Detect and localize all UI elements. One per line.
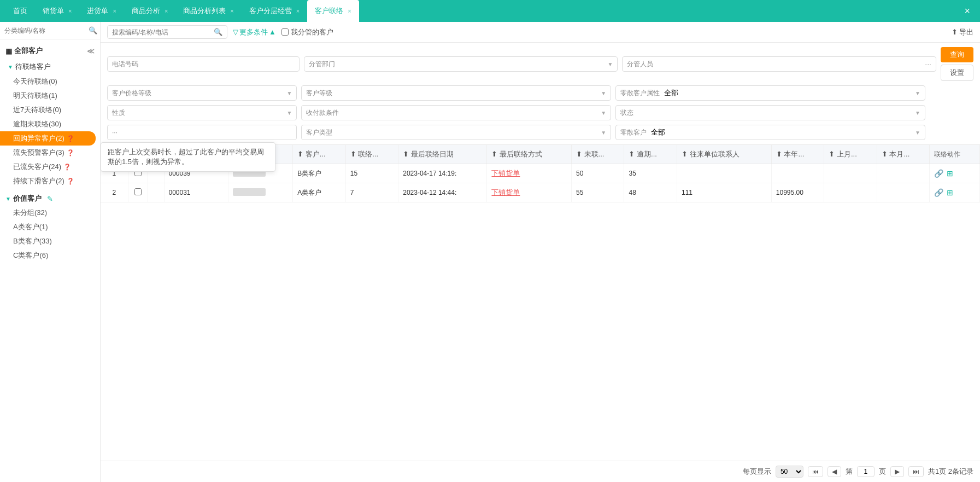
tab-customer-contact[interactable]: 客户联络 × [307, 0, 359, 22]
main-search-icon[interactable]: 🔍 [214, 28, 222, 36]
manager-field[interactable]: 分管人员 ··· [622, 56, 936, 72]
sidebar-item-class-b[interactable]: B类客户(33) [0, 234, 100, 248]
close-customer-segmentation[interactable]: × [296, 8, 300, 14]
row1-link-icon[interactable]: 🔗 [934, 169, 943, 178]
col-header-contact-count[interactable]: ⬆ 联络... [345, 145, 398, 164]
sidebar-item-repurchase-abnormal[interactable]: 回购异常客户(2) ❓ [0, 131, 96, 146]
customer-grade-field[interactable]: 客户等级 ▼ [301, 85, 611, 101]
tooltip-box: 距客户上次交易时长，超过了此客户的平均交易周期的1.5倍，则视为异常。 [101, 142, 275, 172]
sidebar-item-class-c[interactable]: C类客户(6) [0, 248, 100, 263]
question-icon-repurchase: ❓ [67, 135, 74, 142]
row2-last-month [824, 183, 877, 202]
row2-link-icon[interactable]: 🔗 [934, 188, 943, 197]
settings-button[interactable]: 设置 [941, 65, 973, 81]
close-sales-order[interactable]: × [68, 8, 72, 14]
retail-attr-chevron: ▼ [915, 90, 920, 96]
page-number-input[interactable] [857, 466, 875, 477]
phone-input[interactable] [140, 60, 295, 68]
row2-name [228, 183, 293, 202]
close-all-tabs[interactable]: × [960, 5, 975, 17]
sidebar-item-today-contact[interactable]: 今天待联络(0) [0, 74, 100, 89]
row2-this-year: 10995.00 [771, 183, 824, 202]
collapse-icon[interactable]: ≪ [87, 47, 95, 55]
row2-grid-icon[interactable]: ⊞ [947, 188, 953, 197]
row2-num: 2 [101, 183, 128, 202]
row1-contact-person [677, 164, 771, 183]
advanced-filters: 电话号码 分管部门 ▼ 分管人员 ··· 查询 设置 [101, 43, 980, 145]
row1-actions: 🔗 ⊞ [930, 164, 980, 183]
sidebar-item-tomorrow-contact[interactable]: 明天待联络(1) [0, 89, 100, 103]
edit-icon[interactable]: ✎ [47, 195, 53, 203]
row2-check[interactable] [128, 183, 148, 202]
close-purchase-order[interactable]: × [113, 8, 116, 14]
last-page-btn[interactable]: ⏭ [908, 466, 924, 477]
sidebar-tree: ▦ 全部客户 ≪ ▼ 待联络客户 今天待联络(0) 明天待联络(1) 近7天待联… [0, 39, 100, 482]
export-button[interactable]: ⬆ 导出 [952, 27, 973, 37]
tab-sales-order[interactable]: 销货单 × [35, 0, 79, 22]
col-header-last-method[interactable]: ⬆ 最后联络方式 [487, 145, 572, 164]
status-field[interactable]: 状态 ▼ [615, 105, 925, 120]
close-customer-contact[interactable]: × [348, 8, 351, 14]
nature-field[interactable]: 性质 ▼ [107, 105, 297, 120]
row1-overdue: 35 [624, 164, 677, 183]
close-product-analysis-list[interactable]: × [230, 8, 233, 14]
value-customer-section[interactable]: ▼ 价值客户 ✎ [0, 191, 100, 206]
payment-field[interactable]: 收付款条件 ▼ [301, 105, 611, 120]
sidebar-item-overdue-contact[interactable]: 逾期未联络(30) [0, 117, 100, 131]
col-header-unread[interactable]: ⬆ 未联... [571, 145, 624, 164]
col-header-this-year[interactable]: ⬆ 本年... [771, 145, 824, 164]
query-button[interactable]: 查询 [941, 47, 973, 62]
col-header-type[interactable]: ⬆ 客户... [293, 145, 346, 164]
prev-page-btn[interactable]: ◀ [828, 466, 841, 477]
filter-row-1: 电话号码 分管部门 ▼ 分管人员 ··· 查询 设置 [107, 47, 973, 81]
first-page-btn[interactable]: ⏮ [808, 466, 823, 477]
sidebar-item-churned[interactable]: 已流失客户(24) ❓ [0, 160, 100, 174]
sidebar-item-ungrouped[interactable]: 未分组(32) [0, 206, 100, 220]
more-dots-field[interactable]: ··· [107, 125, 297, 140]
price-grade-field[interactable]: 客户价格等级 ▼ [107, 85, 297, 101]
close-product-analysis[interactable]: × [165, 8, 168, 14]
tab-purchase-order[interactable]: 进货单 × [79, 0, 124, 22]
dept-field[interactable]: 分管部门 ▼ [304, 56, 618, 72]
row1-contact-count: 15 [345, 164, 398, 183]
col-header-overdue[interactable]: ⬆ 逾期... [624, 145, 677, 164]
my-customers-check[interactable] [281, 28, 289, 36]
sidebar: 🔍 ▦ 全部客户 ≪ ▼ 待联络客户 今天待联络(0) 明天待联络(1) 近7天… [0, 22, 101, 482]
sidebar-item-churn-warning[interactable]: 流失预警客户(3) ❓ [0, 146, 100, 160]
pending-contact-section[interactable]: ▼ 待联络客户 [0, 59, 100, 74]
row2-last-method[interactable]: 下销货单 [487, 183, 572, 202]
sidebar-item-class-a[interactable]: A类客户(1) [0, 220, 100, 234]
data-table-area: ⚙ ⬆ 客户编码 ⬆ 客户名称 ⬆ 客户... ⬆ 联络... [101, 145, 980, 461]
tab-product-analysis[interactable]: 商品分析 × [124, 0, 175, 22]
row2-code: 000031 [164, 183, 228, 202]
sidebar-item-declining[interactable]: 持续下滑客户(2) ❓ [0, 174, 100, 188]
next-page-btn[interactable]: ▶ [890, 466, 904, 477]
main-layout: 🔍 ▦ 全部客户 ≪ ▼ 待联络客户 今天待联络(0) 明天待联络(1) 近7天… [0, 22, 980, 482]
sidebar-item-7days-contact[interactable]: 近7天待联络(0) [0, 103, 100, 117]
row1-last-method[interactable]: 下销货单 [487, 164, 572, 183]
tab-home[interactable]: 首页 [5, 0, 35, 22]
col-header-this-month[interactable]: ⬆ 本月... [877, 145, 930, 164]
retail-attr-field[interactable]: 零散客户属性 全部 ▼ [615, 85, 925, 101]
nature-chevron: ▼ [286, 110, 292, 116]
page-size-select[interactable]: 50 100 200 [776, 466, 803, 478]
customer-type-field[interactable]: 客户类型 ▼ [301, 125, 611, 140]
row1-this-month [877, 164, 930, 183]
row2-actions: 🔗 ⊞ [930, 183, 980, 202]
row1-grid-icon[interactable]: ⊞ [947, 169, 953, 178]
my-customers-checkbox[interactable]: 我分管的客户 [281, 27, 333, 37]
tab-customer-segmentation[interactable]: 客户分层经营 × [242, 0, 307, 22]
sidebar-search-icon[interactable]: 🔍 [89, 26, 97, 34]
tab-product-analysis-list[interactable]: 商品分析列表 × [175, 0, 241, 22]
phone-field[interactable]: 电话号码 [107, 56, 300, 72]
status-chevron: ▼ [915, 110, 920, 116]
col-header-last-month[interactable]: ⬆ 上月... [824, 145, 877, 164]
col-header-last-date[interactable]: ⬆ 最后联络日期 [398, 145, 487, 164]
question-icon-declining: ❓ [67, 178, 74, 185]
more-conditions-btn[interactable]: ▽ 更多条件 ▲ [233, 27, 276, 37]
main-search-input[interactable] [112, 28, 212, 36]
col-header-contact-person[interactable]: ⬆ 往来单位联系人 [677, 145, 771, 164]
sidebar-search-input[interactable] [4, 27, 86, 34]
retail-customer-field[interactable]: 零散客户 全部 ▼ [615, 125, 925, 140]
all-customers-header[interactable]: ▦ 全部客户 ≪ [0, 43, 100, 59]
